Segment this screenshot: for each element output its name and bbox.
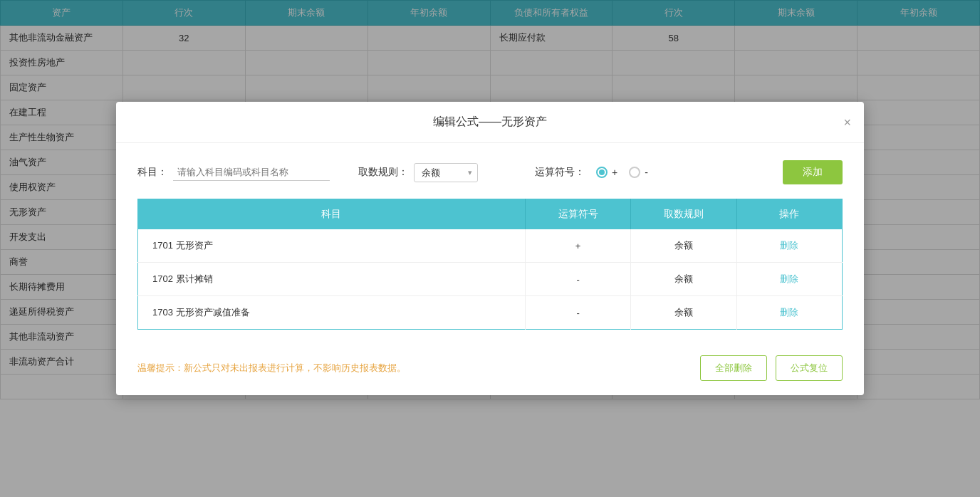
operator-label: 运算符号： bbox=[535, 166, 585, 179]
formula-row: 1701 无形资产+余额删除 bbox=[138, 229, 843, 263]
add-button[interactable]: 添加 bbox=[783, 160, 843, 184]
tip-text: 温馨提示：新公式只对未出报表进行计算，不影响历史报表数据。 bbox=[137, 362, 406, 375]
formula-subject: 1703 无形资产减值准备 bbox=[138, 296, 526, 330]
formula-operator: - bbox=[525, 263, 630, 296]
operator-plus-radio[interactable]: + bbox=[596, 167, 617, 178]
modal-footer: 温馨提示：新公式只对未出报表进行计算，不影响历史报表数据。 全部删除 公式复位 bbox=[116, 344, 864, 395]
table-header-row: 科目 运算符号 取数规则 操作 bbox=[138, 199, 843, 230]
edit-formula-modal: 编辑公式——无形资产 × 科目： 取数规则： 余额 借方 贷方 借方发生额 贷方… bbox=[116, 102, 864, 395]
delete-all-button[interactable]: 全部删除 bbox=[700, 355, 767, 381]
formula-rule: 余额 bbox=[631, 296, 736, 330]
operator-plus-label: + bbox=[612, 167, 617, 178]
delete-link[interactable]: 删除 bbox=[780, 240, 798, 251]
reset-button[interactable]: 公式复位 bbox=[776, 355, 843, 381]
formula-action: 删除 bbox=[736, 263, 842, 296]
formula-table: 科目 运算符号 取数规则 操作 1701 无形资产+余额删除1702 累计摊销-… bbox=[137, 199, 843, 330]
formula-rule: 余额 bbox=[631, 229, 736, 263]
modal-body: 科目： 取数规则： 余额 借方 贷方 借方发生额 贷方发生额 运算符号： bbox=[116, 143, 864, 344]
form-row: 科目： 取数规则： 余额 借方 贷方 借方发生额 贷方发生额 运算符号： bbox=[137, 160, 843, 184]
th-subject: 科目 bbox=[138, 199, 526, 230]
formula-rule: 余额 bbox=[631, 263, 736, 296]
formula-row: 1703 无形资产减值准备-余额删除 bbox=[138, 296, 843, 330]
rule-label: 取数规则： bbox=[358, 166, 408, 179]
formula-subject: 1701 无形资产 bbox=[138, 229, 526, 263]
formula-operator: + bbox=[525, 229, 630, 263]
operator-minus-label: - bbox=[645, 167, 648, 178]
operator-minus-radio[interactable]: - bbox=[629, 167, 648, 178]
modal-header: 编辑公式——无形资产 × bbox=[116, 102, 864, 143]
th-operator: 运算符号 bbox=[525, 199, 630, 230]
formula-row: 1702 累计摊销-余额删除 bbox=[138, 263, 843, 296]
operator-radio-group: + - bbox=[596, 167, 648, 178]
th-action: 操作 bbox=[736, 199, 842, 230]
subject-label: 科目： bbox=[137, 166, 167, 179]
subject-input[interactable] bbox=[173, 164, 330, 181]
modal-close-button[interactable]: × bbox=[843, 116, 851, 129]
formula-subject: 1702 累计摊销 bbox=[138, 263, 526, 296]
rule-group: 取数规则： 余额 借方 贷方 借方发生额 贷方发生额 bbox=[358, 163, 478, 182]
rule-select[interactable]: 余额 借方 贷方 借方发生额 贷方发生额 bbox=[414, 163, 478, 182]
formula-action: 删除 bbox=[736, 229, 842, 263]
radio-plus-indicator bbox=[596, 167, 608, 178]
formula-action: 删除 bbox=[736, 296, 842, 330]
modal-title: 编辑公式——无形资产 bbox=[433, 115, 547, 130]
th-rule: 取数规则 bbox=[631, 199, 736, 230]
delete-link[interactable]: 删除 bbox=[780, 307, 798, 318]
delete-link[interactable]: 删除 bbox=[780, 273, 798, 284]
radio-minus-indicator bbox=[629, 167, 640, 178]
formula-operator: - bbox=[525, 296, 630, 330]
rule-select-wrap: 余额 借方 贷方 借方发生额 贷方发生额 bbox=[414, 163, 478, 182]
footer-buttons: 全部删除 公式复位 bbox=[700, 355, 843, 381]
